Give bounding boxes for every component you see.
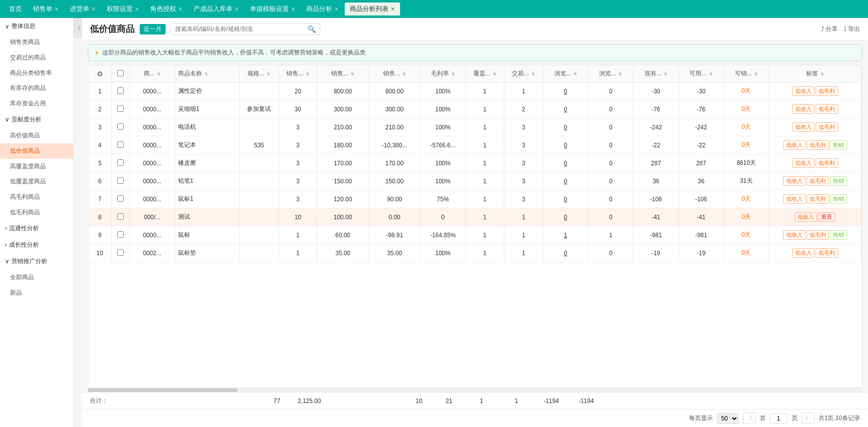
row-checkbox[interactable] [112,226,130,244]
col-header-cover[interactable]: 覆盖... ⇅ [465,65,504,82]
nav-role[interactable]: 角色授权 ✕ [145,2,188,15]
close-icon[interactable]: ✕ [391,6,395,12]
sidebar-collapse-button[interactable]: 《 [74,18,82,38]
row-select-checkbox[interactable] [117,213,124,220]
row-checkbox[interactable] [112,208,130,226]
page-number-input[interactable] [770,414,788,424]
close-icon[interactable]: ✕ [234,6,239,12]
sidebar-group-flow[interactable]: › 流通性分析 [0,220,73,237]
browse-link[interactable]: 0 [564,196,567,203]
sidebar-group-contribution[interactable]: ∨ 贡献度分析 [0,111,73,128]
col-header-avail[interactable]: 可用... ⇅ [678,65,724,82]
row-select-checkbox[interactable] [117,195,124,202]
col-header-trade[interactable]: 交易... ⇅ [504,65,543,82]
sidebar-item-high-value[interactable]: 高价值商品 [0,128,73,143]
sidebar-item-new-products[interactable]: 新品 [0,285,73,301]
browse-link[interactable]: 0 [564,160,567,167]
row-browse1[interactable]: 0 [543,118,588,136]
sidebar-group-overview[interactable]: ∨ 整体信息 [0,18,73,34]
settings-icon[interactable]: ⚙ [97,70,103,78]
nav-product-analysis-list[interactable]: 商品分析列表 ✕ [345,2,400,15]
row-checkbox[interactable] [112,82,130,100]
browse-link[interactable]: 0 [564,88,567,95]
sidebar-item-category-rate[interactable]: 商品分类销售率 [0,65,73,81]
sidebar-item-low-margin[interactable]: 低毛利商品 [0,205,73,220]
row-browse1[interactable]: 0 [543,208,588,226]
sidebar-item-low-value[interactable]: 低价值商品 [0,143,73,159]
nav-permission[interactable]: 权限设置 ✕ [102,2,144,15]
close-icon[interactable]: ✕ [178,6,183,12]
close-icon[interactable]: ✕ [91,6,96,12]
sidebar-item-all-products[interactable]: 全部商品 [0,270,73,285]
row-browse1[interactable]: 0 [543,154,588,172]
sidebar-item-stock-capital[interactable]: 库存资金占用 [0,96,73,111]
sidebar-item-sales-products[interactable]: 销售类商品 [0,34,73,50]
row-checkbox[interactable] [112,154,130,172]
col-header-name[interactable]: 商品名称 ⇅ [175,65,239,82]
search-icon[interactable]: 🔍 [307,25,316,33]
row-checkbox[interactable] [112,172,130,190]
row-browse1[interactable]: 0 [543,190,588,208]
col-header-sale2[interactable]: 销售... ⇅ [317,65,369,82]
browse-link[interactable]: 0 [564,178,567,185]
sidebar-item-high-coverage[interactable]: 高覆盖度商品 [0,159,73,174]
col-header-rate[interactable]: 毛利率 ⇅ [421,65,466,82]
sidebar-item-traded-products[interactable]: 交易过的商品 [0,50,73,65]
browse-link[interactable]: 0 [564,142,567,149]
sidebar-group-growth[interactable]: › 成长性分析 [0,237,73,253]
nav-product-storage[interactable]: 产成品入库单 ✕ [189,2,244,15]
row-browse1[interactable]: 0 [543,136,588,154]
row-browse1[interactable]: 0 [543,244,588,262]
sidebar-item-low-coverage[interactable]: 低覆盖度商品 [0,174,73,189]
browse-link[interactable]: 0 [564,124,567,131]
nav-purchase[interactable]: 进货单 ✕ [65,2,101,15]
export-button[interactable]: ⤵ 导出 [844,25,860,33]
col-header-browse1[interactable]: 浏览... ⇅ [543,65,588,82]
nav-sales[interactable]: 销售单 ✕ [28,2,64,15]
nav-template[interactable]: 单据模板设置 ✕ [245,2,300,15]
col-header-checkbox[interactable] [112,65,130,82]
close-icon[interactable]: ✕ [334,6,339,12]
col-header-sell[interactable]: 可销... ⇅ [724,65,769,82]
row-browse1[interactable]: 1 [543,226,588,244]
time-badge[interactable]: 近一月 [140,24,166,34]
row-select-checkbox[interactable] [117,159,124,166]
row-select-checkbox[interactable] [117,87,124,94]
share-button[interactable]: ⤴ 分享 [821,25,838,33]
col-header-curr[interactable]: 现有... ⇅ [634,65,679,82]
row-checkbox[interactable] [112,100,130,118]
sidebar-group-marketing[interactable]: ∨ 营销推广分析 [0,253,73,270]
row-select-checkbox[interactable] [117,177,124,184]
close-icon[interactable]: ✕ [54,6,59,12]
row-browse1[interactable]: 0 [543,172,588,190]
row-select-checkbox[interactable] [117,141,124,148]
row-select-checkbox[interactable] [117,249,124,256]
first-page-button[interactable]: 〈 [743,413,756,424]
col-header-settings[interactable]: ⚙ [88,65,112,82]
col-header-sale3[interactable]: 销售... ⇅ [369,65,421,82]
data-table-container[interactable]: ⚙ 商... ⇅ 商品名称 ⇅ 规格... ⇅ 销售... ⇅ 销售... ⇅ … [88,65,862,388]
sidebar-item-high-margin[interactable]: 高毛利商品 [0,189,73,205]
close-icon[interactable]: ✕ [135,6,139,12]
row-checkbox[interactable] [112,190,130,208]
horizontal-scrollbar[interactable] [88,388,862,392]
browse-link[interactable]: 0 [564,214,567,221]
col-header-tag[interactable]: 标签 ⇅ [769,65,861,82]
browse-link[interactable]: 0 [564,250,567,257]
row-checkbox[interactable] [112,244,130,262]
select-all-checkbox[interactable] [117,70,124,76]
col-header-spec[interactable]: 规格... ⇅ [239,65,279,82]
row-browse1[interactable]: 0 [543,100,588,118]
nav-home[interactable]: 首页 [4,2,27,15]
next-page-button[interactable]: 〉 [802,413,815,424]
col-header-code[interactable]: 商... ⇅ [130,65,175,82]
search-input[interactable] [175,25,305,32]
row-checkbox[interactable] [112,118,130,136]
per-page-select[interactable]: 50 [717,413,739,424]
row-browse1[interactable]: 0 [543,82,588,100]
row-checkbox[interactable] [112,136,130,154]
col-header-sale1[interactable]: 销售... ⇅ [279,65,317,82]
sidebar-item-stock-products[interactable]: 有库存的商品 [0,80,73,96]
close-icon[interactable]: ✕ [291,6,295,12]
browse-link[interactable]: 0 [564,106,567,113]
